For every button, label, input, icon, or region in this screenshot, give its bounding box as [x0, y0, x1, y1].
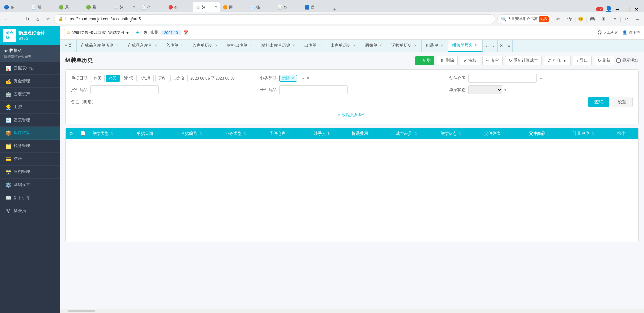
sidebar-item-reports[interactable]: 📊 云报表中心: [0, 62, 60, 75]
browser-tab-10[interactable]: ✉️ 畅: [247, 2, 275, 12]
tab-transfer-history[interactable]: 调拨单历史 ✕: [387, 40, 422, 52]
bill-status-select[interactable]: [468, 85, 502, 94]
abandon-button[interactable]: ↩ 弃审: [482, 56, 503, 65]
company-selector[interactable]: ⚠ (勿删勿禁用) 江西服宝测试专用 ▼: [64, 29, 132, 36]
th-bill-status[interactable]: 单据状态 ⇅: [437, 128, 481, 139]
menu-icon[interactable]: ≡: [634, 15, 641, 23]
tab-outbound[interactable]: 出库单 ✕: [300, 40, 326, 52]
parent-warehouse-dots[interactable]: ···: [540, 76, 544, 81]
th-child-warehouse[interactable]: 子件仓库 ⇅: [266, 128, 310, 139]
query-button[interactable]: 查询: [588, 97, 609, 107]
tab-inbound-history-close[interactable]: ✕: [214, 43, 218, 48]
th-gear[interactable]: ⚙: [66, 128, 77, 139]
delete-button[interactable]: 🗑 删除: [437, 56, 458, 65]
tab-home[interactable]: 首页: [60, 40, 77, 52]
back-button[interactable]: ←: [3, 15, 11, 23]
sidebar-item-settle[interactable]: 💳 结账: [0, 153, 60, 166]
date-btn-more[interactable]: 更多: [155, 75, 169, 82]
add-button[interactable]: ＋: [135, 29, 140, 36]
sidebar-item-guide[interactable]: 📖 新手引导: [0, 191, 60, 204]
child-goods-dots[interactable]: ···: [351, 87, 354, 92]
scrollbar-thumb[interactable]: [68, 310, 95, 312]
tab-outbound-close[interactable]: ✕: [318, 43, 322, 48]
th-type-sort[interactable]: ⇅: [110, 132, 113, 136]
tab-transfer[interactable]: 调拨单 ✕: [361, 40, 387, 52]
th-unit[interactable]: 计量单位 ⇅: [569, 128, 614, 139]
profile-icon[interactable]: 👤: [605, 6, 612, 12]
tab-material-outbound-history[interactable]: 材料出库单历史 ✕: [257, 40, 300, 52]
tab-assembly-history[interactable]: 组装单历史 ✕: [448, 40, 483, 52]
biz-type-dots[interactable]: ···: [300, 76, 304, 81]
tab8-close-icon[interactable]: ✕: [215, 5, 217, 9]
tab-assembly-history-close[interactable]: ✕: [474, 43, 478, 47]
close-browser-icon[interactable]: ✕: [633, 6, 640, 12]
recalculate-button[interactable]: ↻ 重新计算成本: [505, 56, 542, 65]
game-icon[interactable]: 🎮: [589, 15, 596, 23]
th-number-sort[interactable]: ⇅: [199, 132, 202, 136]
tab-material-outbound-history-close[interactable]: ✕: [292, 43, 296, 48]
th-date[interactable]: 单据日期 ⇅: [133, 128, 177, 139]
th-handler-sort[interactable]: ⇅: [328, 132, 331, 136]
tab-outbound-history[interactable]: 出库单历史 ✕: [326, 40, 361, 52]
th-parent-list-sort[interactable]: ⇅: [503, 132, 506, 136]
parent-goods-dots[interactable]: ···: [162, 87, 165, 92]
home-button[interactable]: ⌂: [33, 15, 42, 23]
browser-tab-2[interactable]: 📄 新: [29, 2, 56, 12]
grid-icon[interactable]: ⊞: [600, 15, 607, 23]
brightness-icon[interactable]: ☀: [611, 15, 619, 23]
date-btn-yesterday[interactable]: 昨天: [91, 75, 105, 82]
th-date-sort[interactable]: ⇅: [155, 132, 158, 136]
tab5-close-icon[interactable]: ✕: [133, 5, 135, 9]
support-button[interactable]: 🎧 人工咨询: [597, 30, 618, 35]
date-btn-1month[interactable]: 近1月: [138, 75, 154, 82]
emoji-icon[interactable]: 😊: [577, 15, 585, 23]
th-biz-type[interactable]: 业务类型 ⇅: [222, 128, 266, 139]
tab-right-arrow[interactable]: ›: [490, 40, 498, 52]
browser-tab-5[interactable]: ☁️ 好 ✕: [111, 2, 138, 12]
gear-button[interactable]: ⚙: [69, 131, 73, 137]
tab-transfer-history-close[interactable]: ✕: [413, 43, 417, 48]
th-parent-list[interactable]: 父件列表 ⇅: [481, 128, 525, 139]
bookmark-button[interactable]: ☆: [44, 15, 52, 23]
browser-tab-12[interactable]: 🟦 目: [302, 2, 330, 12]
biz-type-dropdown-arrow[interactable]: ▼: [306, 76, 310, 81]
calendar-icon[interactable]: 📅: [184, 30, 189, 35]
tab-finished-goods-history[interactable]: 产成品入库单历史 ✕: [77, 40, 123, 52]
th-bill-status-sort[interactable]: ⇅: [458, 132, 461, 136]
parent-warehouse-input[interactable]: [468, 74, 537, 83]
th-type[interactable]: 单据类型 ⇅: [89, 128, 133, 139]
th-parent-goods[interactable]: 父件商品 ⇅: [525, 128, 569, 139]
tab-outbound-history-close[interactable]: ✕: [352, 43, 357, 48]
th-disassembly-cost[interactable]: 拆装费用 ⇅: [348, 128, 392, 139]
refresh-button[interactable]: ↻ 刷新: [594, 56, 614, 65]
tab-finished-goods[interactable]: 产成品入库单 ✕: [123, 40, 162, 52]
sidebar-item-funds[interactable]: 💰 资金管理: [0, 75, 60, 88]
undo-icon[interactable]: ↩: [622, 15, 630, 23]
th-parent-goods-sort[interactable]: ⇅: [547, 132, 550, 136]
tab-assembly[interactable]: 组装单 ✕: [422, 40, 448, 52]
tab-transfer-close[interactable]: ✕: [379, 43, 383, 48]
parent-goods-input[interactable]: [90, 85, 159, 94]
sidebar-item-settings[interactable]: ⚙️ 基础设置: [0, 179, 60, 191]
th-number[interactable]: 单据编号 ⇅: [177, 128, 222, 139]
forward-button[interactable]: →: [13, 15, 21, 23]
browser-tab-6[interactable]: 📄 个: [138, 2, 165, 12]
tab-assembly-close[interactable]: ✕: [440, 43, 444, 48]
tab-finished-goods-close[interactable]: ✕: [153, 43, 158, 48]
tab-inbound-close[interactable]: ✕: [180, 43, 184, 48]
sidebar-item-salary[interactable]: 👷 工资: [0, 101, 60, 114]
th-child-warehouse-sort[interactable]: ⇅: [288, 132, 291, 136]
th-cost-diff[interactable]: 成本差异 ⇅: [392, 128, 437, 139]
browser-tab-3[interactable]: 🟢 易: [56, 2, 83, 12]
browser-tab-1[interactable]: 🔵 在: [1, 2, 29, 12]
browser-tab-4[interactable]: 🟢 易: [83, 2, 111, 12]
browser-tab-9[interactable]: 🟠 腾: [220, 2, 247, 12]
date-btn-custom[interactable]: 自定义: [170, 75, 188, 82]
export-button[interactable]: ↑ 导出: [573, 56, 592, 65]
minimize-icon[interactable]: ─: [614, 6, 620, 12]
user-info[interactable]: 👤 徐泽华: [622, 30, 640, 35]
child-goods-input[interactable]: [279, 85, 348, 94]
set-button[interactable]: 设置: [612, 97, 633, 107]
refresh-browser-button[interactable]: ↻: [23, 15, 31, 23]
audit-button[interactable]: ✔ 审核: [460, 56, 480, 65]
